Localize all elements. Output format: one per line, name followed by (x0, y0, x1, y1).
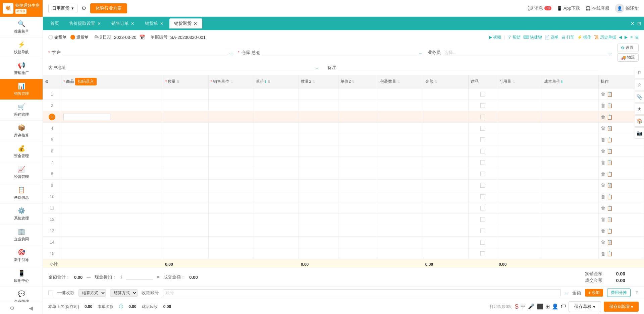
amount-cell-10[interactable] (423, 191, 469, 202)
unit-cell-12[interactable] (208, 214, 254, 225)
unit2-cell-15[interactable] (338, 248, 378, 259)
help-btn[interactable]: ？ 帮助 (507, 35, 521, 40)
qty2-cell-10[interactable] (299, 191, 338, 202)
account-input[interactable] (163, 289, 561, 296)
qty2-cell-6[interactable] (299, 145, 338, 157)
amount-cell-13[interactable] (423, 225, 469, 237)
qty2-cell-1[interactable] (299, 88, 338, 100)
sidebar-item-purchase[interactable]: 🛒采购管理 (0, 100, 43, 121)
copy-icon-1[interactable]: 📋 (607, 91, 612, 97)
cost-cell-10[interactable] (542, 191, 599, 202)
gift-checkbox-8[interactable] (480, 172, 485, 176)
unit2-cell-7[interactable] (338, 157, 378, 168)
product-cell-14[interactable] (61, 237, 163, 248)
pack-cell-5[interactable] (378, 134, 423, 145)
qty2-cell-13[interactable] (299, 225, 338, 237)
calc-method-select[interactable]: 结算方式 (110, 289, 138, 297)
pack-cell-13[interactable] (378, 225, 423, 237)
price-cell-15[interactable] (254, 248, 299, 259)
gift-checkbox-2[interactable] (480, 103, 485, 108)
settings-btn[interactable]: ⚙ 设置 (617, 44, 639, 52)
unit2-cell-1[interactable] (338, 88, 378, 100)
price-cell-10[interactable] (254, 191, 299, 202)
amount-cell-4[interactable] (423, 123, 469, 134)
price-cell-2[interactable] (254, 100, 299, 111)
unit2-cell-8[interactable] (338, 168, 378, 180)
gift-cell-8[interactable] (469, 168, 497, 180)
price-cell-1[interactable] (254, 88, 299, 100)
avail-cell-14[interactable] (497, 237, 542, 248)
pack-cell-12[interactable] (378, 214, 423, 225)
add-product-input[interactable] (63, 114, 110, 120)
remark-input[interactable] (338, 64, 598, 71)
copy-icon-8[interactable]: 📋 (607, 171, 612, 177)
unit-cell-10[interactable] (208, 191, 254, 202)
cost-cell-4[interactable] (542, 123, 599, 134)
accounting-method-select[interactable]: 结算方式 (78, 289, 106, 297)
tab-close-price-setting[interactable]: ✕ (97, 21, 101, 26)
unit2-cell-9[interactable] (338, 180, 378, 191)
unit-cell-9[interactable] (208, 180, 254, 191)
customer-input[interactable] (63, 49, 227, 56)
pack-cell-8[interactable] (378, 168, 423, 180)
qty2-cell-4[interactable] (299, 123, 338, 134)
tab-close-sales-return[interactable]: ✕ (193, 21, 198, 26)
product-cell-11[interactable] (61, 202, 163, 214)
product-cell-10[interactable] (61, 191, 163, 202)
unit-cell-15[interactable] (208, 248, 254, 259)
person-icon[interactable]: 👤 (552, 303, 558, 310)
sidebar-item-appstore[interactable]: 📱应用中心 (0, 266, 43, 287)
amount-cell-6[interactable] (423, 145, 469, 157)
discount-icon[interactable]: 🏷 (560, 303, 566, 310)
right-float-flag1[interactable]: ⚐ (635, 67, 644, 78)
copy-icon-6[interactable]: 📋 (607, 148, 612, 154)
unit-cell-13[interactable] (208, 225, 254, 237)
tab-price-setting[interactable]: 售价提取设置✕ (64, 18, 106, 28)
calendar-icon[interactable]: 📅 (139, 35, 145, 40)
delete-icon-11[interactable]: 🗑 (601, 205, 605, 211)
gift-cell-13[interactable] (469, 225, 497, 237)
copy-icon-5[interactable]: 📋 (607, 137, 612, 142)
qty-cell-5[interactable] (163, 134, 208, 145)
cost-cell-8[interactable] (542, 168, 599, 180)
gift-checkbox-6[interactable] (480, 149, 485, 153)
qty2-cell-7[interactable] (299, 157, 338, 168)
copy-icon-10[interactable]: 📋 (607, 194, 612, 199)
add-row-plus-icon[interactable]: + (49, 114, 55, 120)
warehouse-input[interactable] (262, 49, 417, 56)
gift-cell-10[interactable] (469, 191, 497, 202)
operation-btn[interactable]: ⚡ 操作 (577, 35, 591, 40)
list-view-btn[interactable]: ≡ (630, 35, 633, 40)
account-ellipsis[interactable]: ... (565, 291, 568, 295)
radio-return[interactable]: 退货单 (70, 35, 89, 40)
sidebar-item-marketing[interactable]: 📢营销推广 (0, 58, 43, 79)
cost-cell-11[interactable] (542, 202, 599, 214)
table-wrapper[interactable]: ⚙ * 商品 扫码录入 *数量 (43, 75, 644, 268)
gift-checkbox-13[interactable] (480, 229, 485, 233)
tab-sales-delivery[interactable]: 销货单✕ (140, 18, 169, 28)
gift-cell-4[interactable] (469, 123, 497, 134)
cost-cell-7[interactable] (542, 157, 599, 168)
logistics-btn[interactable]: 🚚 物流 (617, 53, 639, 62)
qty-cell-7[interactable] (163, 157, 208, 168)
gift-cell-12[interactable] (469, 214, 497, 225)
gift-cell-14[interactable] (469, 237, 497, 248)
sidebar-item-enterprise[interactable]: 🏢企业协同 (0, 225, 43, 245)
expense-split-btn[interactable]: 费用分摊 (607, 289, 631, 297)
product-cell-2[interactable] (61, 100, 163, 111)
product-cell-7[interactable] (61, 157, 163, 168)
unit-cell-6[interactable] (208, 145, 254, 157)
price-cell-4[interactable] (254, 123, 299, 134)
th-settings[interactable]: ⚙ (43, 75, 61, 88)
message-item[interactable]: 💬 消息 70 (528, 5, 551, 11)
unit-cell-11[interactable] (208, 202, 254, 214)
tab-close-all-btn[interactable]: ✕ (631, 21, 635, 26)
history-btn[interactable]: 📜 历史单据 (594, 35, 616, 40)
gift-checkbox-4[interactable] (480, 126, 485, 131)
sidebar-item-sales[interactable]: 📊销售管理 (0, 79, 43, 100)
gift-checkbox-9[interactable] (480, 183, 485, 188)
price-cell-11[interactable] (254, 202, 299, 214)
avail-cell-8[interactable] (497, 168, 542, 180)
delete-icon-1[interactable]: 🗑 (601, 91, 605, 97)
add-gift-checkbox[interactable] (480, 115, 485, 119)
